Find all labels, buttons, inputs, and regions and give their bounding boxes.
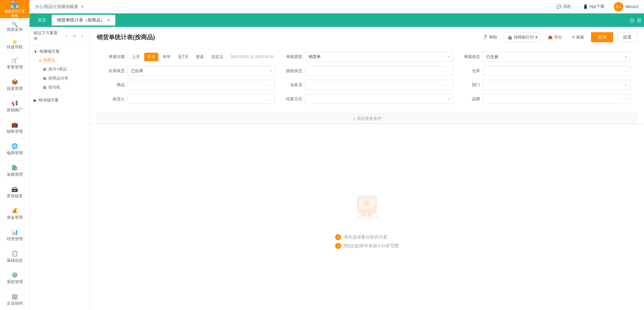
top-header: 办公用品行业模拟账套 ▾ 💬 消息 📱 App下载 Ea demo2 [30,0,644,13]
date-label: 单据日期 [103,54,127,60]
help-btn[interactable]: ❓ 帮助 [480,33,500,42]
filter-cell-recipient: 收货人 ··· [103,94,281,104]
settlement-dropdown-icon: ▾ [448,97,449,101]
scheme-group-mobile: ▶ 移动端方案 [30,94,90,106]
paymentstatus-dots[interactable]: ··· [445,68,449,73]
ecommerce-icon: 🌐 [11,143,18,149]
date-btn-more[interactable]: 更多 [193,53,207,61]
brand-dots[interactable]: ··· [623,96,627,102]
date-btn-7days[interactable]: 近7天 [175,53,192,61]
scheme-item-by-printer[interactable]: ▦ 按司机 [30,83,90,92]
filter-cell-warehouse: 仓库 ··· [459,66,631,76]
paymentstatus-field[interactable]: ··· [305,66,453,76]
scheme-add-btn[interactable]: ＋ [63,33,69,39]
filter-cell-product: 商品 ··· [103,80,281,90]
sidebar-item-system[interactable]: ⚙️ 系统管理 [0,268,29,289]
enterprise-icon: 🏢 [11,293,18,300]
category-label: 按商品分类 [48,75,68,81]
wholesale-label: 批发管理 [7,86,23,92]
marketing-label: 营销推广 [7,107,23,113]
settlement-field[interactable]: ▾ [305,94,453,104]
tab-report[interactable]: 销货单统计表（按商品） ✕ [52,15,115,25]
filter-cell-doctype: 单据类型 销货单 ▾ [281,52,458,62]
doctype-dropdown-icon: ▾ [448,55,449,59]
filter-row-3: 商品 ··· 业务员 ··· [103,80,631,90]
doctype-label: 单据类型 [281,54,305,60]
warehouse-field[interactable]: ··· [483,66,631,76]
salesperson-dots[interactable]: ··· [445,82,449,88]
filter-collapse-btn[interactable]: ∧ 收起更多条件 [97,113,637,124]
stockstatus-label: 出库状态 [103,68,127,74]
sidebar-item-basic[interactable]: 📋 基础信息 [0,246,29,268]
settings-btn[interactable]: 设置 [617,32,637,42]
query-btn[interactable]: 查询 [591,32,613,42]
sidebar-item-wholesale[interactable]: 📦 批发管理 [0,74,29,96]
ecommerce-label: 电商管理 [7,150,23,156]
sidebar-item-sales[interactable]: 💼 销售管理 [0,117,29,139]
export-btn[interactable]: 📤 导出 [545,33,565,42]
scheme-refresh-btn[interactable]: ↺ [71,33,77,39]
tab-minimize-icon[interactable]: ⊟ [630,17,634,23]
doctype-field[interactable]: 销货单 ▾ [305,52,453,62]
brand-field[interactable]: ··· [483,94,631,104]
quick-nav[interactable]: ⭐ 快捷导航 [0,36,29,53]
template-print-btn[interactable]: 🖨️ 按模板打印 ▾ [504,33,541,42]
sidebar-item-finance[interactable]: 💰 资金管理 [0,203,29,225]
collapse-text: ∧ 收起更多条件 [353,116,381,121]
paymentstatus-label: 收款状态 [281,68,305,74]
system-icon: ⚙️ [11,272,18,278]
salesperson-field[interactable]: ··· [305,80,453,90]
date-btn-last-month[interactable]: 上月 [129,53,143,61]
sidebar-item-retail[interactable]: 🛒 零售管理 [0,53,29,74]
basic-icon: 📋 [11,250,18,257]
recipient-dots[interactable]: ··· [268,96,272,102]
date-btn-this-year[interactable]: 本年 [160,53,174,61]
sidebar-item-operations[interactable]: 📊 经营管理 [0,225,29,246]
sidebar-item-enterprise[interactable]: 🏢 企业协同 [0,289,29,310]
tab-close-icon[interactable]: ✕ [107,18,110,22]
department-field[interactable]: ▾ [483,80,631,90]
workspace-info: 办公用品行业模拟账套 ▾ [35,4,84,10]
stockstatus-field[interactable]: 已出库 ▾ [127,66,275,76]
date-btn-custom[interactable]: 自定义 [208,53,226,61]
sidebar-item-marketing[interactable]: 📢 营销推广 [0,96,29,117]
date-filter-btns: 上月 本月 本年 近7天 更多 自定义 2023-03-01 至 2023-03… [129,53,274,61]
category-icon: ▦ [43,76,46,81]
empty-icon [347,186,387,229]
scheme-group-mobile-header[interactable]: ▶ 移动端方案 [30,96,90,104]
svg-rect-4 [360,210,366,212]
tab-expand-icon[interactable]: ⊞ [637,17,641,23]
user-menu[interactable]: Ea demo2 [614,2,639,11]
sidebar-item-ecommerce[interactable]: 🌐 电商管理 [0,139,29,160]
search-menu[interactable]: 🔍 搜索菜单 [0,18,29,36]
hint-text-2: 用[过滤]条件来缩小分析范围 [344,243,398,249]
scheme-group-desktop-header[interactable]: ▼ 电脑端方案 [30,47,90,56]
empty-state: 1 请先选择要分析的方案 2 用[过滤]条件来缩小分析范围 [90,124,644,310]
scheme-collapse-btn[interactable]: « [79,33,86,39]
scheme-item-by-month-product[interactable]: ▦ 按月+商品 [30,65,90,74]
scheme-item-by-category[interactable]: ▦ 按商品分类 [30,74,90,83]
filter-row-2: 出库状态 已出库 ▾ 收款状态 ··· [103,66,631,76]
message-btn[interactable]: 💬 消息 [554,2,574,11]
docstatus-label: 单据状态 [459,54,483,60]
workspace-dropdown-icon[interactable]: ▾ [81,4,84,9]
sidebar-item-purchase[interactable]: 🛍️ 采购管理 [0,160,29,182]
empty-hint-item-1: 1 请先选择要分析的方案 [335,234,398,240]
product-dots[interactable]: ··· [268,82,272,88]
warehouse-dots[interactable]: ··· [623,68,627,73]
refresh-btn[interactable]: ↺ 刷新 [569,33,587,42]
app-name: 畅捷通好生意 [5,9,25,13]
doctype-value: 销货单 [309,54,447,60]
page-title-bar: 销货单统计表(按商品) ❓ 帮助 🖨️ 按模板打印 ▾ 📤 [90,27,644,124]
brand-label: 品牌 [459,96,483,102]
recipient-field[interactable]: ··· [127,94,275,104]
docstatus-field[interactable]: 已生效 ▾ [483,52,631,62]
tab-home[interactable]: 首页 [32,15,52,25]
scheme-item-by-product[interactable]: ● 按商品 [30,56,90,65]
app-download-btn[interactable]: 📱 App下载 [580,2,607,11]
product-field[interactable]: ··· [127,80,275,90]
sidebar-item-inventory[interactable]: 🗃️ 库存核算 [0,182,29,203]
date-btn-this-month[interactable]: 本月 [144,53,158,61]
scheme-group-mobile-arrow: ▶ [34,98,37,103]
sidebar: 🏪 畅捷通好生意 标版 🔍 搜索菜单 ⭐ 快捷导航 🛒 零售管理 📦 批发管理 … [0,0,30,310]
